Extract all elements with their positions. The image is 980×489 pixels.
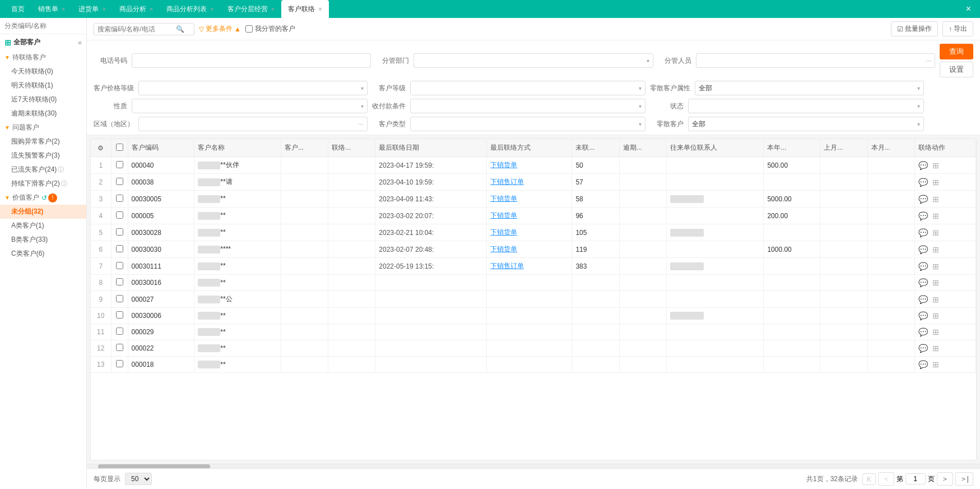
col-last-month[interactable]: 上月... (820, 139, 867, 157)
col-last-method[interactable]: 最后联络方式 (487, 139, 572, 157)
chat-icon[interactable]: 💬 (918, 262, 928, 271)
refresh-icon[interactable]: ↺ (41, 194, 47, 202)
chat-icon[interactable]: 💬 (918, 344, 928, 353)
row-check[interactable] (111, 357, 128, 373)
row-last-method[interactable]: 下销售订单 (487, 258, 572, 275)
qr-icon[interactable]: ⊞ (932, 195, 939, 204)
batch-ops-button[interactable]: ☑ 批量操作 (891, 21, 938, 36)
qr-icon[interactable]: ⊞ (932, 311, 939, 320)
retail-attr-select[interactable]: 全部 ▾ (695, 81, 924, 95)
chat-icon[interactable]: 💬 (918, 327, 928, 336)
horizontal-scrollbar[interactable] (87, 464, 980, 468)
all-customers-header[interactable]: ⊞ 全部客户 « (0, 34, 86, 50)
col-type[interactable]: 客户... (281, 139, 328, 157)
qr-icon[interactable]: ⊞ (932, 295, 939, 304)
next-page-btn[interactable]: ＞ (937, 472, 953, 486)
page-size-select[interactable]: 50 (125, 473, 152, 485)
row-check[interactable] (111, 207, 128, 224)
qr-icon[interactable]: ⊞ (932, 278, 939, 287)
group-problem-customers[interactable]: ▼ 问题客户 (0, 121, 86, 135)
qr-icon[interactable]: ⊞ (932, 327, 939, 336)
row-last-method[interactable]: 下销货单 (487, 241, 572, 258)
sidebar-item-declining[interactable]: 持续下滑客户(2) ⓘ (0, 177, 86, 191)
qr-icon[interactable]: ⊞ (932, 360, 939, 369)
staff-select[interactable]: ··· (696, 53, 935, 68)
row-check[interactable] (111, 258, 128, 275)
row-check[interactable] (111, 340, 128, 357)
row-check[interactable] (111, 224, 128, 241)
tab-home[interactable]: 首页 (4, 0, 31, 18)
export-button[interactable]: ↑ 导出 (942, 21, 973, 36)
chat-icon[interactable]: 💬 (918, 245, 928, 254)
sidebar-search-bar[interactable]: 🔍 (0, 18, 86, 34)
row-last-method[interactable] (487, 275, 572, 291)
row-last-method[interactable] (487, 308, 572, 324)
qr-icon[interactable]: ⊞ (932, 178, 939, 187)
sidebar-item-tomorrow-pending[interactable]: 明天待联络(1) (0, 79, 86, 93)
dept-select[interactable]: ▾ (414, 53, 653, 68)
col-action[interactable]: 联络动作 (914, 139, 976, 157)
group-value-customers[interactable]: ▼ 价值客户 ↺ ! (0, 191, 86, 205)
row-last-method[interactable]: 下销售订单 (487, 174, 572, 191)
row-last-method[interactable] (487, 324, 572, 340)
sidebar-item-churn-warning[interactable]: 流失预警客户(3) (0, 149, 86, 163)
row-last-method[interactable] (487, 340, 572, 357)
row-check[interactable] (111, 157, 128, 174)
tab-goods-analysis-list[interactable]: 商品分析列表 × (160, 0, 220, 18)
retail-customer-select[interactable]: 全部 ▾ (688, 117, 924, 131)
col-contact[interactable]: 联络... (328, 139, 375, 157)
search-box[interactable]: 🔍 (94, 23, 194, 35)
page-input[interactable] (905, 473, 926, 485)
region-select[interactable]: ··· (138, 117, 368, 131)
sidebar-collapse-icon[interactable]: « (78, 39, 82, 47)
query-button[interactable]: 查询 (940, 44, 973, 59)
row-check[interactable] (111, 291, 128, 308)
row-last-method[interactable]: 下销货单 (487, 191, 572, 207)
col-code[interactable]: 客户编码 (128, 139, 194, 157)
payment-select[interactable]: ▾ (410, 99, 646, 113)
phone-input[interactable] (132, 53, 371, 68)
sidebar-item-lost-customers[interactable]: 已流失客户(24) ⓘ (0, 163, 86, 177)
select-all-checkbox[interactable] (116, 144, 123, 151)
sidebar-item-abnormal-purchase[interactable]: 囤购异常客户(2) (0, 135, 86, 149)
nature-select[interactable]: ▾ (132, 99, 368, 113)
close-customer-contact-tab[interactable]: × (318, 6, 322, 12)
col-this-year[interactable]: 本年... (764, 139, 820, 157)
chat-icon[interactable]: 💬 (918, 278, 928, 287)
chat-icon[interactable]: 💬 (918, 195, 928, 204)
row-last-method[interactable]: 下销货单 (487, 224, 572, 241)
sidebar-item-today-pending[interactable]: 今天待联络(0) (0, 64, 86, 79)
qr-icon[interactable]: ⊞ (932, 161, 939, 170)
row-last-method[interactable] (487, 357, 572, 373)
sidebar-search-input[interactable] (4, 22, 87, 30)
col-uncontacted[interactable]: 未联... (572, 139, 619, 157)
sidebar-item-class-b[interactable]: B类客户(33) (0, 233, 86, 247)
tab-goods-analysis[interactable]: 商品分析 × (113, 0, 160, 18)
qr-icon[interactable]: ⊞ (932, 228, 939, 237)
row-check[interactable] (111, 275, 128, 291)
my-customers-checkbox-label[interactable]: 我分管的客户 (245, 24, 295, 34)
sidebar-item-overdue-pending[interactable]: 逾期未联络(30) (0, 107, 86, 121)
close-goods-analysis-tab[interactable]: × (150, 6, 153, 12)
my-customers-checkbox[interactable] (245, 25, 253, 33)
row-check[interactable] (111, 191, 128, 207)
row-check[interactable] (111, 174, 128, 191)
sidebar-item-class-c[interactable]: C类客户(6) (0, 247, 86, 261)
sidebar-item-class-a[interactable]: A类客户(1) (0, 219, 86, 233)
qr-icon[interactable]: ⊞ (932, 245, 939, 254)
customer-level-select[interactable]: ▾ (410, 81, 646, 95)
col-settings[interactable]: ⚙ (91, 139, 111, 157)
close-purchase-tab[interactable]: × (102, 6, 105, 12)
close-goods-analysis-list-tab[interactable]: × (210, 6, 213, 12)
price-level-select[interactable]: ▾ (138, 81, 368, 95)
close-all-tabs[interactable]: × (962, 4, 976, 14)
chat-icon[interactable]: 💬 (918, 360, 928, 369)
last-page-btn[interactable]: ＞| (955, 472, 973, 486)
sidebar-item-ungrouped[interactable]: 未分组(32) (0, 205, 86, 219)
close-customer-tier-tab[interactable]: × (271, 6, 275, 12)
chat-icon[interactable]: 💬 (918, 178, 928, 187)
col-check[interactable] (111, 139, 128, 157)
more-conditions-btn[interactable]: ▽ 更多条件 ▲ (199, 24, 241, 34)
tab-sales[interactable]: 销售单 × (31, 0, 72, 18)
qr-icon[interactable]: ⊞ (932, 262, 939, 271)
